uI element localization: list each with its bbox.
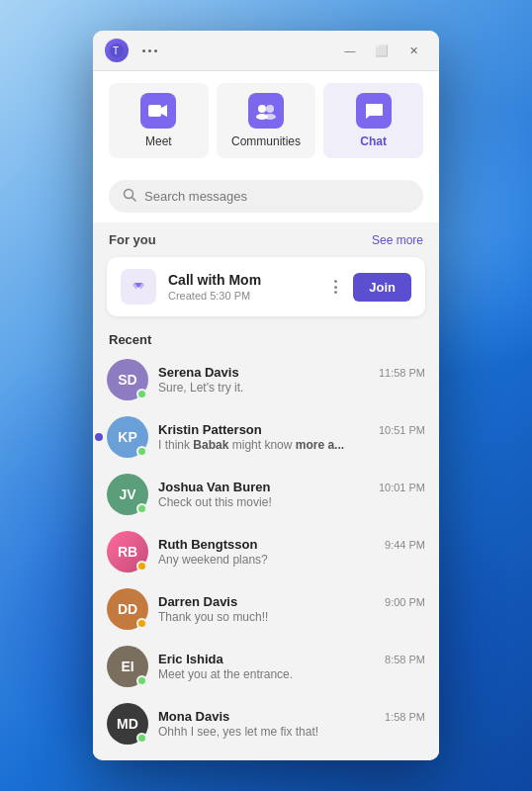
see-more-button[interactable]: See more [372, 233, 423, 247]
chat-top: Serena Davis 11:58 PM [158, 365, 425, 380]
chat-preview: I think Babak might know more a... [158, 438, 425, 452]
chat-name: Serena Davis [158, 365, 239, 380]
avatar-wrap: DD [107, 588, 148, 630]
avatar-wrap: KP [107, 416, 148, 458]
chat-top: Kristin Patterson 10:51 PM [158, 422, 425, 437]
chat-preview: Check out this movie! [158, 495, 425, 509]
chat-top: Mona Davis 1:58 PM [158, 709, 425, 724]
chat-time: 10:51 PM [379, 424, 425, 436]
chat-name: Joshua Van Buren [158, 480, 270, 494]
chat-list-item[interactable]: MD Mona Davis 1:58 PM Ohhh I see, yes le… [93, 695, 439, 752]
chat-body: Serena Davis 11:58 PM Sure, Let's try it… [158, 365, 425, 395]
status-dot [136, 561, 147, 571]
chat-list: SD Serena Davis 11:58 PM Sure, Let's try… [93, 351, 439, 752]
chat-time: 9:00 PM [385, 596, 425, 608]
for-you-title: For you [109, 232, 156, 247]
chat-name: Mona Davis [158, 709, 229, 724]
call-info: Call with Mom Created 5:30 PM [168, 272, 318, 302]
status-dot [136, 446, 147, 457]
chat-preview: Thank you so much!! [158, 610, 425, 624]
chat-top: Darren Davis 9:00 PM [158, 594, 425, 609]
svg-point-5 [266, 105, 274, 113]
call-sub: Created 5:30 PM [168, 290, 318, 302]
nav-communities-button[interactable]: Communities [217, 83, 316, 158]
status-dot [136, 503, 147, 514]
search-bar [109, 180, 423, 213]
nav-chat-button[interactable]: Chat [323, 83, 423, 158]
chat-body: Kristin Patterson 10:51 PM I think Babak… [158, 422, 425, 452]
chat-list-item[interactable]: SD Serena Davis 11:58 PM Sure, Let's try… [93, 351, 439, 408]
call-name: Call with Mom [168, 272, 318, 288]
search-input[interactable] [144, 189, 409, 204]
meet-icon [140, 93, 176, 129]
minimize-button[interactable]: — [336, 41, 364, 60]
meet-label: Meet [145, 134, 172, 148]
app-icon: T [105, 39, 129, 62]
chat-list-item[interactable]: DD Darren Davis 9:00 PM Thank you so muc… [93, 580, 439, 638]
communities-label: Communities [231, 134, 301, 148]
avatar-wrap: MD [107, 703, 148, 745]
chat-time: 11:58 PM [379, 367, 425, 379]
maximize-button[interactable]: ⬜ [368, 41, 396, 60]
svg-point-7 [264, 114, 276, 120]
chat-list-item[interactable]: KP Kristin Patterson 10:51 PM I think Ba… [93, 408, 439, 466]
unread-indicator [95, 433, 103, 441]
chat-preview: Sure, Let's try it. [158, 381, 425, 395]
chat-body: Joshua Van Buren 10:01 PM Check out this… [158, 480, 425, 509]
chat-preview: Any weekend plans? [158, 553, 425, 567]
chat-list-item[interactable]: JV Joshua Van Buren 10:01 PM Check out t… [93, 466, 439, 523]
chat-top: Ruth Bengtsson 9:44 PM [158, 537, 425, 552]
close-button[interactable]: ✕ [399, 41, 427, 60]
avatar-wrap: SD [107, 359, 148, 400]
chat-body: Darren Davis 9:00 PM Thank you so much!! [158, 594, 425, 624]
window-controls: — ⬜ ✕ [336, 41, 427, 60]
svg-text:T: T [113, 45, 119, 56]
status-dot [136, 618, 147, 629]
chat-name: Eric Ishida [158, 652, 223, 666]
chat-preview: Meet you at the entrance. [158, 667, 425, 681]
avatar-wrap: JV [107, 474, 148, 515]
chat-name: Ruth Bengtsson [158, 537, 257, 552]
chat-icon [356, 93, 392, 129]
chat-top: Joshua Van Buren 10:01 PM [158, 480, 425, 494]
chat-list-item[interactable]: RB Ruth Bengtsson 9:44 PM Any weekend pl… [93, 523, 439, 580]
join-call-button[interactable]: Join [353, 273, 411, 302]
chat-list-item[interactable]: EI Eric Ishida 8:58 PM Meet you at the e… [93, 638, 439, 695]
status-dot [136, 733, 147, 744]
chat-name: Kristin Patterson [158, 422, 262, 437]
svg-point-4 [258, 105, 266, 113]
search-section [93, 170, 439, 222]
chat-time: 10:01 PM [379, 482, 425, 493]
chat-time: 9:44 PM [385, 539, 425, 551]
call-card: Call with Mom Created 5:30 PM Join [107, 257, 425, 316]
search-icon [123, 188, 136, 205]
call-more-button[interactable] [330, 276, 341, 298]
chat-preview: Ohhh I see, yes let me fix that! [158, 725, 425, 739]
avatar-wrap: EI [107, 646, 148, 687]
chat-time: 1:58 PM [385, 711, 425, 723]
nav-section: Meet Communities Chat [93, 71, 439, 170]
app-window: T — ⬜ ✕ Meet Communities [93, 31, 439, 760]
title-bar-left: T [105, 39, 163, 62]
chat-body: Mona Davis 1:58 PM Ohhh I see, yes let m… [158, 709, 425, 739]
status-dot [136, 389, 147, 399]
chat-body: Ruth Bengtsson 9:44 PM Any weekend plans… [158, 537, 425, 567]
main-content: For you See more Call with Mom Created 5… [93, 222, 439, 760]
chat-label: Chat [360, 134, 387, 148]
more-options-button[interactable] [136, 47, 163, 54]
title-bar: T — ⬜ ✕ [93, 31, 439, 71]
svg-rect-2 [148, 105, 161, 117]
svg-line-9 [133, 198, 136, 202]
nav-meet-button[interactable]: Meet [109, 83, 209, 158]
status-dot [136, 675, 147, 686]
chat-top: Eric Ishida 8:58 PM [158, 652, 425, 666]
chat-name: Darren Davis [158, 594, 237, 609]
svg-marker-3 [161, 105, 167, 117]
chat-body: Eric Ishida 8:58 PM Meet you at the entr… [158, 652, 425, 681]
recent-header: Recent [93, 326, 439, 351]
call-card-icon [121, 269, 156, 305]
for-you-section-header: For you See more [93, 222, 439, 253]
chat-time: 8:58 PM [385, 654, 425, 665]
communities-icon [248, 93, 284, 129]
avatar-wrap: RB [107, 531, 148, 572]
